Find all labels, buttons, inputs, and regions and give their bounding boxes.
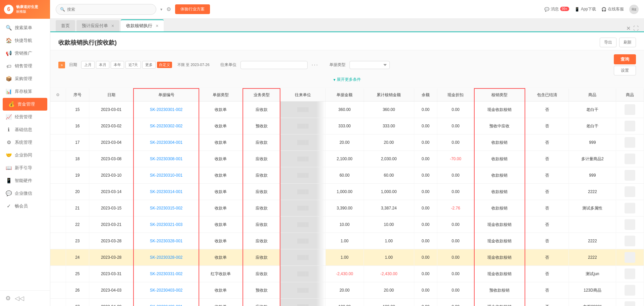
- dropdown-arrow-icon[interactable]: ▾: [160, 7, 162, 12]
- row-include-settled: 否: [525, 167, 569, 184]
- sidebar-item-system[interactable]: ⚙ 系统管理: [0, 136, 50, 149]
- voucher-link[interactable]: SK-20230328-002: [150, 255, 182, 260]
- voucher-link[interactable]: SK-20230315-002: [150, 206, 182, 210]
- close-window-icon[interactable]: ✕: [626, 25, 631, 32]
- row-no: 19: [66, 167, 89, 184]
- date-btn-this-month[interactable]: 本月: [96, 61, 109, 69]
- voucher-link[interactable]: SK-20230302-002: [150, 124, 182, 128]
- row-amount: 100.00: [325, 299, 364, 306]
- user-avatar[interactable]: Rit: [629, 5, 639, 14]
- filter-expand-button[interactable]: »: [58, 62, 65, 68]
- topbar-gear-icon[interactable]: ⚙: [166, 6, 171, 12]
- date-btn-7days[interactable]: 近7天: [125, 61, 141, 69]
- col-header-no: 序号: [66, 88, 89, 102]
- settings-button[interactable]: 设置: [614, 66, 636, 75]
- row-partner: ████: [280, 217, 325, 233]
- row-select-cell: [50, 151, 66, 167]
- sidebar-item-search-menu[interactable]: 🔍 搜索菜单: [0, 21, 50, 34]
- sidebar-item-quick-nav[interactable]: 🏠 快捷导航: [0, 34, 50, 47]
- voucher-link[interactable]: SK-20230304-001: [150, 140, 182, 145]
- row-biz-type: 应收款: [243, 217, 280, 233]
- sidebar-item-sales[interactable]: 🏷 销售管理: [0, 60, 50, 72]
- row-voucher-type: 收款单: [199, 118, 243, 134]
- content-area: 收款核销执行(按收款) 导出 刷新 » 日期 上月 本月 本年 近7天 更多 自…: [50, 32, 644, 306]
- maximize-window-icon[interactable]: ⛶: [633, 25, 639, 32]
- industry-solution-button[interactable]: 体验行业方案: [175, 4, 210, 14]
- tab-prepaid-close[interactable]: ×: [111, 23, 114, 28]
- row-voucher-type: 收款单: [199, 217, 243, 233]
- voucher-link[interactable]: SK-20230328-001: [150, 239, 182, 243]
- voucher-link[interactable]: SK-20230308-001: [150, 157, 182, 161]
- row-goods: 123D商品: [569, 282, 616, 299]
- col-header-cumulative: 累计核销金额: [364, 88, 414, 102]
- sidebar-item-purchase[interactable]: 📦 采购管理: [0, 72, 50, 85]
- date-btn-last-month[interactable]: 上月: [81, 61, 95, 69]
- sidebar-item-finance[interactable]: 💰 资金管理: [3, 98, 47, 111]
- sidebar-label-collab: 企业协同: [15, 152, 32, 158]
- partner-more-icon[interactable]: ···: [312, 61, 319, 68]
- app-download-action[interactable]: 📱 App下载: [575, 6, 596, 12]
- query-button[interactable]: 查询: [614, 54, 636, 64]
- voucher-link[interactable]: SK-20230301-002: [150, 107, 182, 112]
- sidebar-label-marketing: 营销推广: [15, 50, 32, 56]
- row-write-off-type: 收款核销: [474, 167, 525, 184]
- row-balance: 0.00: [414, 167, 437, 184]
- voucher-link[interactable]: SK-20230403-002: [150, 288, 182, 293]
- row-goods-img: [616, 102, 644, 118]
- messages-action[interactable]: 💬 消息 99+: [544, 6, 569, 12]
- voucher-link[interactable]: SK-20230314-001: [150, 189, 182, 194]
- search-input[interactable]: [67, 7, 152, 12]
- messages-badge: 99+: [560, 7, 569, 11]
- row-partner: ████: [280, 233, 325, 249]
- tab-home[interactable]: 首页: [56, 20, 75, 32]
- voucher-link[interactable]: SK-20230310-001: [150, 173, 182, 178]
- date-btn-more[interactable]: 更多: [142, 61, 156, 69]
- row-cumulative: 333.00: [364, 118, 414, 134]
- settings-footer-icon[interactable]: ⚙: [5, 295, 11, 302]
- date-btn-this-year[interactable]: 本年: [111, 61, 124, 69]
- sidebar-item-basic[interactable]: ℹ 基础信息: [0, 123, 50, 136]
- voucher-link[interactable]: SK-20230321-003: [150, 222, 182, 227]
- collapse-icon[interactable]: ◁◁: [15, 295, 24, 302]
- hardware-icon: 📱: [5, 178, 12, 184]
- table-header-row: ⚙ 序号 日期 单据编号 单据类型 业务类型 往来单位 单据金额 累计核销金额 …: [50, 88, 644, 102]
- row-partner: ████: [280, 151, 325, 167]
- sidebar-item-operations[interactable]: 📈 经营管理: [0, 111, 50, 123]
- row-voucher-type: 收款单: [199, 233, 243, 249]
- sidebar-item-wechat[interactable]: 💬 企业微信: [0, 187, 50, 200]
- sidebar-item-collab[interactable]: 🤝 企业协同: [0, 149, 50, 162]
- voucher-type-select[interactable]: [350, 61, 390, 69]
- sidebar-item-inventory[interactable]: 📊 库存核算: [0, 85, 50, 98]
- online-service-action[interactable]: 🎧 在线客服: [601, 6, 624, 12]
- tab-write-off-close[interactable]: ×: [156, 23, 158, 28]
- date-custom-button[interactable]: 自定义: [157, 62, 172, 68]
- tab-prepaid[interactable]: 预计应应付单 ×: [76, 20, 119, 32]
- sidebar-item-member[interactable]: ✓ 畅会员: [0, 200, 50, 212]
- row-no: 22: [66, 217, 89, 233]
- row-select-cell: [50, 118, 66, 134]
- row-include-settled: 否: [525, 184, 569, 200]
- row-cash-discount: 0.00: [437, 249, 474, 266]
- row-cash-discount: 0.00: [437, 282, 474, 299]
- row-cumulative: 3,387.24: [364, 200, 414, 217]
- table-config-header[interactable]: ⚙: [50, 88, 66, 102]
- row-date: 2023-03-21: [89, 217, 133, 233]
- voucher-link[interactable]: SK-20230331-002: [150, 271, 182, 276]
- expand-more-button[interactable]: ▾ 展开更多条件: [333, 77, 361, 82]
- sidebar-item-guide[interactable]: 📖 新手引导: [0, 162, 50, 174]
- row-biz-type: 应收款: [243, 299, 280, 306]
- row-goods: 2222: [569, 233, 616, 249]
- row-include-settled: 否: [525, 233, 569, 249]
- row-partner: ████: [280, 102, 325, 118]
- row-goods-img: [616, 233, 644, 249]
- partner-input[interactable]: [240, 61, 308, 69]
- row-select-cell: [50, 134, 66, 151]
- page-title: 收款核销执行(按收款): [58, 39, 117, 47]
- sidebar-item-marketing[interactable]: 📢 营销推广: [0, 47, 50, 60]
- refresh-button[interactable]: 刷新: [619, 38, 636, 47]
- tab-write-off[interactable]: 收款核销执行 ×: [121, 19, 164, 32]
- sidebar-item-hardware[interactable]: 📱 智能硬件: [0, 174, 50, 187]
- export-button[interactable]: 导出: [600, 38, 616, 47]
- voucher-link[interactable]: SK-20230408-001: [150, 304, 182, 306]
- row-date: 2023-03-04: [89, 134, 133, 151]
